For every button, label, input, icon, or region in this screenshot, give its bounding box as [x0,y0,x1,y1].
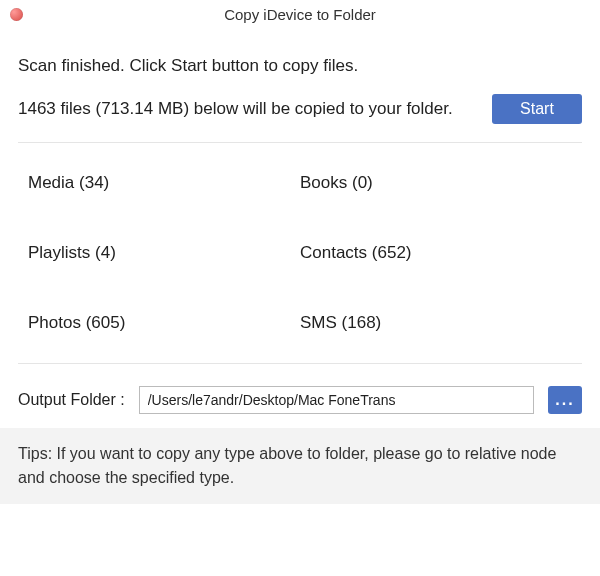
category-sms[interactable]: SMS (168) [300,313,572,333]
category-media[interactable]: Media (34) [28,173,300,193]
copy-line-row: 1463 files (713.14 MB) below will be cop… [18,94,582,124]
tips-bar: Tips: If you want to copy any type above… [0,428,600,504]
scan-status-text: Scan finished. Click Start button to cop… [18,56,582,76]
output-folder-row: Output Folder : ... [18,364,582,428]
category-playlists[interactable]: Playlists (4) [28,243,300,263]
status-block: Scan finished. Click Start button to cop… [18,28,582,124]
copy-summary-text: 1463 files (713.14 MB) below will be cop… [18,99,453,119]
titlebar: Copy iDevice to Folder [0,0,600,28]
start-button[interactable]: Start [492,94,582,124]
window-title: Copy iDevice to Folder [0,6,600,23]
categories-grid: Media (34) Books (0) Playlists (4) Conta… [18,143,582,363]
content-area: Scan finished. Click Start button to cop… [0,28,600,428]
category-books[interactable]: Books (0) [300,173,572,193]
category-photos[interactable]: Photos (605) [28,313,300,333]
browse-button[interactable]: ... [548,386,582,414]
output-folder-input[interactable] [139,386,534,414]
output-folder-label: Output Folder : [18,391,125,409]
category-contacts[interactable]: Contacts (652) [300,243,572,263]
